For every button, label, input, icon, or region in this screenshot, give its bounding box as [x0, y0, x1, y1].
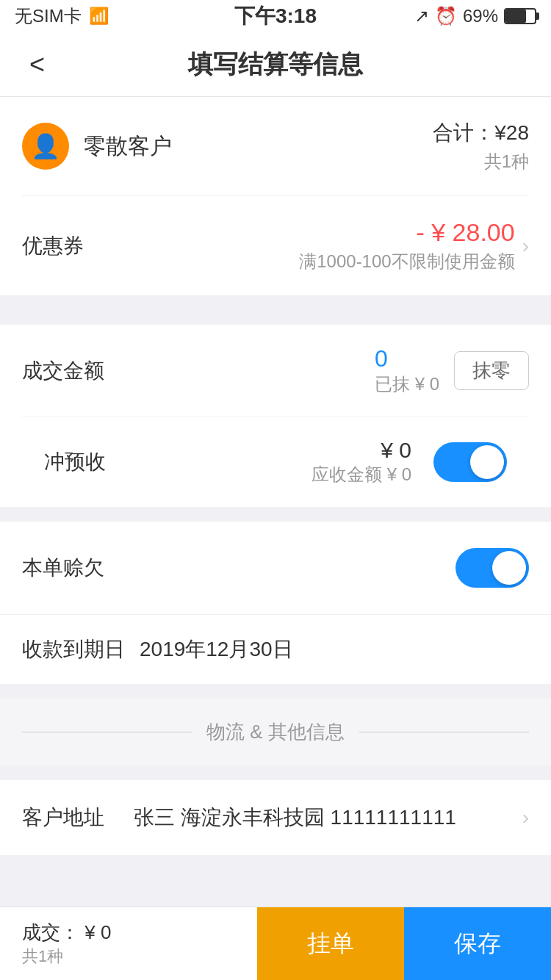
- customer-right: 合计：¥28 共1种: [433, 119, 529, 173]
- coupon-label: 优惠券: [22, 232, 84, 260]
- section-separator-4: [0, 765, 551, 780]
- transaction-section: 成交金额 0 已抹 ¥ 0 抹零 冲预收 ¥ 0 应收金额 ¥ 0: [0, 325, 551, 507]
- address-label: 客户地址: [22, 804, 104, 832]
- bottom-info: 成交： ¥ 0 共1种: [0, 907, 257, 980]
- prepay-label: 冲预收: [44, 448, 106, 476]
- bottom-count: 共1种: [22, 945, 257, 968]
- status-right: ↗ ⏰ 69%: [414, 6, 536, 26]
- customer-count: 共1种: [433, 150, 529, 173]
- customer-row[interactable]: 👤 零散客户 合计：¥28 共1种: [0, 97, 551, 195]
- transaction-row: 成交金额 0 已抹 ¥ 0 抹零: [22, 325, 529, 417]
- alarm-icon: ⏰: [435, 6, 457, 26]
- section-separator: [0, 310, 551, 325]
- transaction-sub: 已抹 ¥ 0: [375, 372, 439, 396]
- network-label: 无SIM卡: [15, 4, 82, 28]
- status-bar: 无SIM卡 📶 下午3:18 ↗ ⏰ 69%: [0, 0, 551, 32]
- customer-left: 👤 零散客户: [22, 123, 172, 170]
- coupon-row[interactable]: 优惠券 - ¥ 28.00 满1000-100不限制使用金额 ›: [0, 196, 551, 295]
- coupon-right: - ¥ 28.00 满1000-100不限制使用金额 ›: [299, 218, 529, 273]
- due-date-value: 2019年12月30日: [140, 635, 293, 663]
- prepay-sub: 应收金额 ¥ 0: [311, 463, 411, 486]
- customer-total: 合计：¥28: [433, 119, 529, 147]
- credit-toggle-knob: [492, 551, 526, 585]
- back-button[interactable]: <: [22, 42, 52, 87]
- credit-section: 本单赊欠 收款到期日 2019年12月30日: [0, 522, 551, 684]
- transaction-right: 0 已抹 ¥ 0 抹零: [375, 345, 529, 396]
- save-button[interactable]: 保存: [404, 907, 551, 980]
- main-content: 👤 零散客户 合计：¥28 共1种 优惠券 - ¥ 28.00 满1000-10…: [0, 97, 551, 943]
- section-separator-2: [0, 507, 551, 522]
- address-row[interactable]: 客户地址 张三 海淀永丰科技园 11111111111 ›: [0, 780, 551, 855]
- battery-icon: [504, 8, 536, 24]
- bottom-deal-label: 成交：: [22, 921, 79, 943]
- address-chevron-icon: ›: [522, 806, 529, 829]
- location-icon: ↗: [414, 6, 429, 26]
- prepay-row: 冲预收 ¥ 0 应收金额 ¥ 0: [22, 417, 529, 507]
- credit-toggle[interactable]: [455, 548, 529, 588]
- wifi-icon: 📶: [89, 7, 109, 26]
- toggle-knob: [470, 445, 504, 479]
- due-date-label-text: 收款到期日: [22, 635, 125, 663]
- due-date-label: 收款到期日 2019年12月30日: [22, 635, 529, 663]
- prepay-right: ¥ 0 应收金额 ¥ 0: [311, 438, 507, 486]
- bottom-amount: ¥ 0: [84, 921, 111, 943]
- transaction-value: 0: [375, 345, 439, 372]
- hold-button[interactable]: 挂单: [257, 907, 404, 980]
- chevron-right-icon: ›: [522, 234, 529, 258]
- battery-percent: 69%: [463, 6, 498, 26]
- avatar: 👤: [22, 123, 69, 170]
- logistics-line-right: [359, 732, 529, 732]
- status-time: 下午3:18: [234, 2, 317, 30]
- coupon-amount: - ¥ 28.00: [299, 218, 514, 247]
- bottom-deal-row: 成交： ¥ 0: [22, 920, 257, 945]
- logistics-header: 物流 & 其他信息: [0, 699, 551, 765]
- customer-section: 👤 零散客户 合计：¥28 共1种 优惠券 - ¥ 28.00 满1000-10…: [0, 97, 551, 295]
- credit-row: 本单赊欠: [0, 522, 551, 614]
- status-left: 无SIM卡 📶: [15, 4, 109, 28]
- due-date-row: 收款到期日 2019年12月30日: [0, 614, 551, 684]
- round-zero-button[interactable]: 抹零: [454, 351, 529, 390]
- address-value: 张三 海淀永丰科技园 11111111111: [134, 804, 522, 832]
- prepay-amount: ¥ 0: [311, 438, 411, 463]
- avatar-icon: 👤: [31, 132, 60, 160]
- logistics-header-text: 物流 & 其他信息: [192, 719, 359, 745]
- logistics-section: 物流 & 其他信息: [0, 699, 551, 765]
- coupon-desc: 满1000-100不限制使用金额: [299, 250, 514, 273]
- prepay-toggle[interactable]: [433, 442, 507, 482]
- logistics-line-left: [22, 732, 192, 732]
- credit-label: 本单赊欠: [22, 554, 104, 582]
- bottom-bar: 成交： ¥ 0 共1种 挂单 保存: [0, 907, 551, 980]
- customer-name: 零散客户: [84, 131, 172, 162]
- transaction-label: 成交金额: [22, 357, 104, 385]
- address-section: 客户地址 张三 海淀永丰科技园 11111111111 ›: [0, 780, 551, 855]
- nav-bar: < 填写结算等信息: [0, 32, 551, 97]
- page-title: 填写结算等信息: [188, 48, 363, 82]
- section-separator-3: [0, 684, 551, 699]
- prepay-info: ¥ 0 应收金额 ¥ 0: [311, 438, 411, 486]
